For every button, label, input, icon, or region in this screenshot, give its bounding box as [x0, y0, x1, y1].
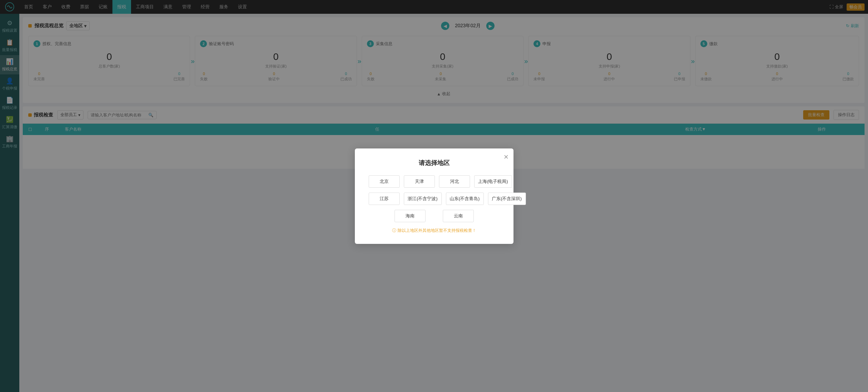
region-btn-hainan[interactable]: 海南 — [395, 210, 426, 222]
region-btn-guangdong[interactable]: 广东(不含深圳) — [488, 193, 526, 205]
region-btn-tianjin[interactable]: 天津 — [404, 175, 435, 188]
region-btn-yunnan[interactable]: 云南 — [443, 210, 474, 222]
region-btn-beijing[interactable]: 北京 — [369, 175, 400, 188]
region-btn-hebei[interactable]: 河北 — [439, 175, 470, 188]
modal-title: 请选择地区 — [369, 159, 500, 167]
modal-overlay: ✕ 请选择地区 北京 天津 河北 上海(电子税局) 江苏 浙江(不含宁波) 山东… — [0, 0, 868, 392]
modal-close-btn[interactable]: ✕ — [503, 153, 509, 161]
region-select-modal: ✕ 请选择地区 北京 天津 河北 上海(电子税局) 江苏 浙江(不含宁波) 山东… — [355, 148, 513, 244]
region-btn-jiangsu[interactable]: 江苏 — [369, 193, 400, 205]
region-btn-shanghai[interactable]: 上海(电子税局) — [474, 175, 512, 188]
warning-icon: ⓘ — [392, 228, 396, 234]
region-btn-shandong[interactable]: 山东(不含青岛) — [446, 193, 484, 205]
region-btn-zhejiang[interactable]: 浙江(不含宁波) — [404, 193, 442, 205]
modal-warning: ⓘ 除以上地区外其他地区暂不支持报税检查！ — [369, 228, 500, 234]
